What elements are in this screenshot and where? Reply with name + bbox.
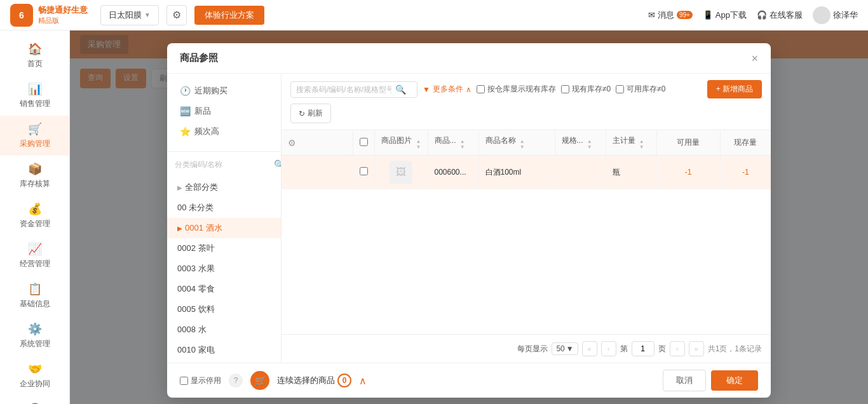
filter-icon: ▼ bbox=[423, 85, 430, 94]
available-nonzero-checkbox[interactable] bbox=[616, 85, 624, 93]
category-item-water[interactable]: 0008 水 bbox=[167, 320, 281, 340]
prev-page-button[interactable]: ‹ bbox=[601, 341, 616, 356]
sort-arrows-image[interactable]: ▲▼ bbox=[416, 139, 421, 150]
show-disabled-label[interactable]: 显示停用 bbox=[180, 375, 221, 386]
left-panel: 🕐 近期购买 🆕 新品 ⭐ 频次高 bbox=[167, 74, 281, 363]
quick-frequent[interactable]: ⭐ 频次高 bbox=[175, 122, 273, 141]
col-image-header: 商品图片 ▲▼ bbox=[375, 130, 428, 156]
close-icon[interactable]: × bbox=[751, 53, 758, 64]
last-page-button[interactable]: » bbox=[689, 341, 704, 356]
row-unit-cell: 瓶 bbox=[606, 156, 656, 189]
show-disabled-checkbox[interactable] bbox=[180, 377, 188, 385]
category-search-input[interactable] bbox=[175, 160, 270, 169]
search-icon[interactable]: 🔍 bbox=[395, 84, 406, 95]
category-item-unclassified[interactable]: 00 未分类 bbox=[167, 198, 281, 218]
basic-info-icon: 📋 bbox=[28, 282, 42, 296]
dialog-body: 🕐 近期购买 🆕 新品 ⭐ 频次高 bbox=[167, 74, 771, 363]
sales-icon: 📊 bbox=[28, 82, 42, 96]
refresh-button[interactable]: ↻ 刷新 bbox=[290, 104, 331, 123]
phone-icon: 📱 bbox=[703, 10, 713, 20]
col-settings-header[interactable]: ⚙ bbox=[281, 130, 353, 156]
sort-arrows-unit[interactable]: ▲▼ bbox=[639, 139, 644, 150]
filter-button[interactable]: ▼ 更多条件 ∧ bbox=[423, 84, 471, 95]
sidebar-item-system[interactable]: ⚙️ 系统管理 bbox=[0, 316, 69, 356]
row-settings bbox=[281, 156, 353, 189]
sidebar-item-sales[interactable]: 📊 销售管理 bbox=[0, 76, 69, 116]
main-content: 采购管理 查询 设置 刷新 商品参照 × bbox=[70, 30, 868, 404]
select-all-checkbox[interactable] bbox=[360, 138, 368, 146]
sidebar-item-guide[interactable]: 🎯 新手引导 bbox=[0, 396, 69, 404]
cancel-button[interactable]: 取消 bbox=[663, 370, 706, 391]
row-checkbox[interactable] bbox=[360, 167, 368, 175]
row-available-cell: -1 bbox=[656, 156, 720, 189]
show-inventory-checkbox[interactable] bbox=[477, 85, 485, 93]
quick-recent-purchase[interactable]: 🕐 近期购买 bbox=[175, 81, 273, 100]
footer-right: 取消 确定 bbox=[663, 370, 758, 391]
sidebar-item-enterprise[interactable]: 🤝 企业协同 bbox=[0, 356, 69, 396]
page-size-select[interactable]: 50 ▼ bbox=[552, 342, 578, 355]
app-download-nav-item[interactable]: 📱 App下载 bbox=[703, 10, 747, 21]
row-checkbox-cell[interactable] bbox=[353, 156, 375, 189]
first-page-button[interactable]: « bbox=[582, 341, 597, 356]
sidebar-item-purchase[interactable]: 🛒 采购管理 bbox=[0, 116, 69, 156]
col-name-header: 商品名称 ▲▼ bbox=[478, 130, 555, 156]
product-thumbnail: 🖼 bbox=[390, 161, 412, 184]
category-item-snacks[interactable]: 0004 零食 bbox=[167, 279, 281, 299]
confirm-button[interactable]: 确定 bbox=[711, 370, 758, 391]
operations-icon: 📈 bbox=[28, 242, 42, 256]
new-icon: 🆕 bbox=[180, 106, 191, 116]
top-navigation: 6 畅捷通好生意 精品版 日太阳膜 ▼ ⚙ 体验行业方案 ✉ 消息 99+ 📱 … bbox=[0, 0, 868, 30]
category-item-all[interactable]: ▶ 全部分类 bbox=[167, 177, 281, 198]
sort-arrows-code[interactable]: ▲▼ bbox=[460, 139, 465, 150]
page-number-input[interactable] bbox=[632, 341, 654, 356]
sort-arrows-name[interactable]: ▲▼ bbox=[520, 139, 525, 150]
clock-icon: 🕐 bbox=[180, 86, 191, 96]
product-search-input[interactable] bbox=[296, 85, 391, 94]
sidebar-item-basic-info[interactable]: 📋 基础信息 bbox=[0, 276, 69, 316]
sidebar-item-operations[interactable]: 📈 经营管理 bbox=[0, 236, 69, 276]
sidebar-item-home[interactable]: 🏠 首页 bbox=[0, 36, 69, 76]
cart-icon[interactable]: 🛒 bbox=[250, 371, 269, 390]
checkbox-available-nonzero[interactable]: 可用库存≠0 bbox=[616, 84, 665, 95]
product-table-area: ⚙ 商品图片 ▲▼ bbox=[281, 130, 771, 334]
quick-new-products[interactable]: 🆕 新品 bbox=[175, 102, 273, 121]
message-icon: ✉ bbox=[648, 10, 655, 20]
sidebar-item-inventory[interactable]: 📦 库存核算 bbox=[0, 156, 69, 196]
avatar bbox=[813, 6, 831, 24]
category-item-drinks[interactable]: 0005 饮料 bbox=[167, 299, 281, 320]
category-item-tea[interactable]: 0002 茶叶 bbox=[167, 238, 281, 259]
category-search-area: 🔍 bbox=[167, 154, 281, 175]
collapse-button[interactable]: ∧ bbox=[359, 375, 367, 387]
product-reference-dialog: 商品参照 × 🕐 近期购买 🆕 bbox=[167, 43, 771, 398]
messages-nav-item[interactable]: ✉ 消息 99+ bbox=[648, 10, 693, 21]
category-item-fruit[interactable]: 0003 水果 bbox=[167, 259, 281, 279]
user-nav-item[interactable]: 徐泽华 bbox=[813, 6, 858, 24]
purchase-icon: 🛒 bbox=[28, 122, 42, 136]
headset-icon: 🎧 bbox=[757, 10, 767, 20]
checkbox-show-inventory[interactable]: 按仓库显示现有库存 bbox=[477, 84, 556, 95]
stock-nonzero-checkbox[interactable] bbox=[561, 85, 569, 93]
store-selector[interactable]: 日太阳膜 ▼ bbox=[100, 5, 159, 25]
divider bbox=[167, 151, 281, 152]
logo-text: 畅捷通好生意 精品版 bbox=[38, 4, 88, 25]
help-icon[interactable]: ? bbox=[229, 374, 243, 387]
checkbox-stock-nonzero[interactable]: 现有库存≠0 bbox=[561, 84, 611, 95]
next-page-button[interactable]: › bbox=[670, 341, 685, 356]
home-icon: 🏠 bbox=[28, 42, 42, 56]
table-row[interactable]: 🖼 000600... 白酒100ml 瓶 -1 -1 bbox=[281, 156, 771, 189]
dialog-title: 商品参照 bbox=[180, 52, 218, 64]
add-product-button[interactable]: + 新增商品 bbox=[707, 80, 762, 98]
sidebar-item-finance[interactable]: 💰 资金管理 bbox=[0, 196, 69, 236]
category-expand-icon: ▶ bbox=[177, 184, 182, 191]
search-icon[interactable]: 🔍 bbox=[274, 159, 281, 170]
col-select-all-header[interactable] bbox=[353, 130, 375, 156]
category-item-alcohol[interactable]: ▶ 0001 酒水 bbox=[167, 218, 281, 238]
experience-button[interactable]: 体验行业方案 bbox=[194, 6, 264, 25]
selected-count: 连续选择的商品 0 bbox=[277, 374, 351, 387]
chevron-down-icon: ▼ bbox=[566, 344, 574, 353]
sort-arrows-spec[interactable]: ▲▼ bbox=[587, 139, 592, 150]
col-available-header: 可用量 bbox=[656, 130, 720, 156]
category-item-appliances[interactable]: 0010 家电 bbox=[167, 340, 281, 360]
gear-button[interactable]: ⚙ bbox=[166, 5, 187, 25]
online-service-nav-item[interactable]: 🎧 在线客服 bbox=[757, 10, 803, 21]
